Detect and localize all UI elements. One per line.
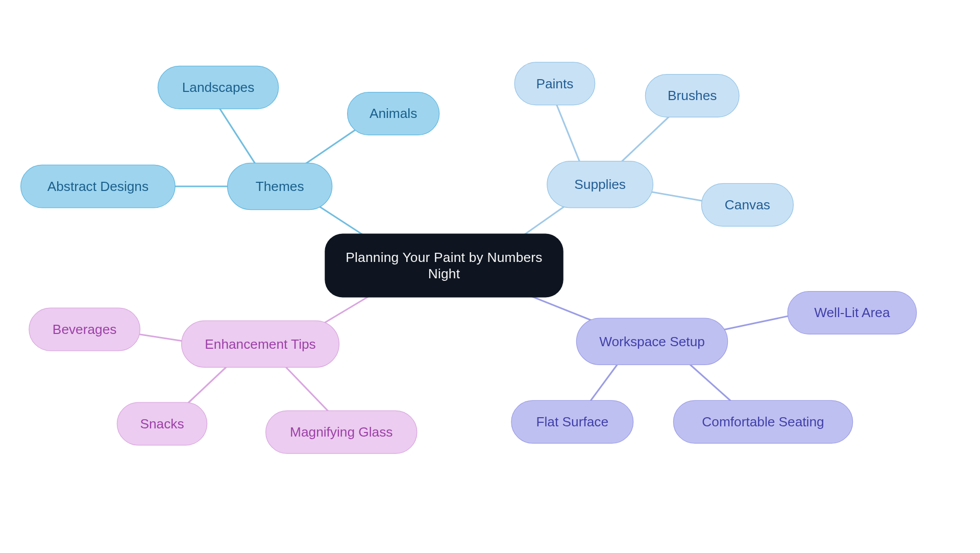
leaf-canvas-label: Canvas	[725, 197, 770, 213]
svg-line-5	[555, 101, 582, 167]
leaf-paints[interactable]: Paints	[514, 62, 596, 105]
branch-enhancement-label: Enhancement Tips	[205, 335, 315, 352]
leaf-flat[interactable]: Flat Surface	[511, 400, 633, 444]
branch-enhancement[interactable]: Enhancement Tips	[181, 321, 339, 368]
branch-themes[interactable]: Themes	[227, 163, 332, 210]
leaf-landscapes[interactable]: Landscapes	[158, 66, 279, 109]
leaf-snacks[interactable]: Snacks	[117, 402, 208, 446]
branch-themes-label: Themes	[256, 178, 304, 195]
leaf-flat-label: Flat Surface	[536, 414, 608, 430]
leaf-seating-label: Comfortable Seating	[702, 414, 824, 430]
leaf-landscapes-label: Landscapes	[182, 79, 255, 96]
leaf-magnify[interactable]: Magnifying Glass	[265, 411, 418, 454]
leaf-abstract-label: Abstract Designs	[47, 178, 149, 195]
leaf-abstract[interactable]: Abstract Designs	[20, 165, 176, 208]
leaf-animals-label: Animals	[370, 105, 417, 122]
leaf-animals[interactable]: Animals	[347, 92, 439, 135]
svg-line-11	[284, 365, 332, 415]
svg-line-6	[616, 110, 676, 167]
branch-supplies-label: Supplies	[574, 176, 626, 193]
leaf-magnify-label: Magnifying Glass	[290, 424, 393, 441]
root-node[interactable]: Planning Your Paint by Numbers Night	[325, 234, 564, 298]
leaf-welllit-label: Well-Lit Area	[814, 304, 890, 321]
root-label: Planning Your Paint by Numbers Night	[341, 249, 547, 282]
leaf-seating[interactable]: Comfortable Seating	[673, 400, 853, 444]
leaf-brushes[interactable]: Brushes	[645, 74, 740, 117]
branch-supplies[interactable]: Supplies	[547, 161, 653, 208]
leaf-beverages[interactable]: Beverages	[29, 308, 140, 351]
leaf-brushes-label: Brushes	[668, 87, 717, 104]
leaf-welllit[interactable]: Well-Lit Area	[788, 291, 917, 334]
branch-workspace-label: Workspace Setup	[599, 333, 705, 350]
branch-workspace[interactable]: Workspace Setup	[576, 318, 728, 366]
leaf-paints-label: Paints	[536, 75, 573, 92]
leaf-snacks-label: Snacks	[140, 416, 184, 432]
leaf-beverages-label: Beverages	[53, 321, 117, 338]
leaf-canvas[interactable]: Canvas	[701, 183, 794, 227]
